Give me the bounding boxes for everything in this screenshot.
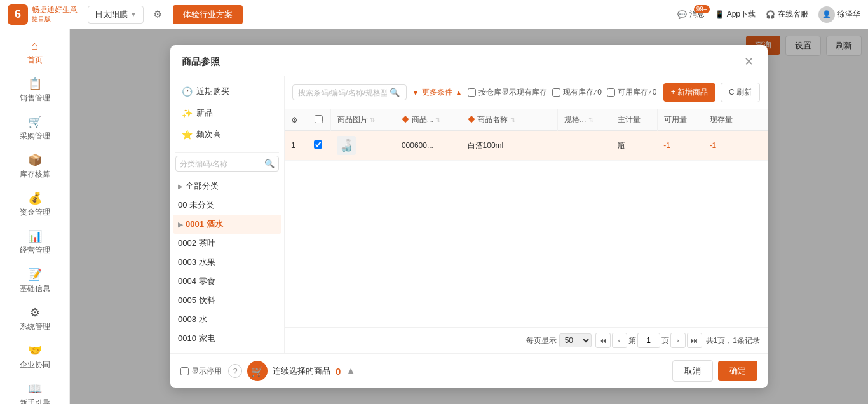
service-label: 在线客服	[778, 9, 808, 20]
product-search-box: 🔍	[292, 84, 407, 100]
warehouse-checkbox-label[interactable]: 按仓库显示现有库存	[468, 87, 547, 98]
nav-right: 💬 消息 99+ 📱 App下载 🎧 在线客服 👤 徐泽华	[677, 6, 860, 23]
sidebar-item-sales[interactable]: 📋 销售管理	[0, 72, 69, 109]
th-checkbox	[308, 109, 330, 131]
cat-item-label: 0008 水	[178, 314, 207, 325]
first-page-button[interactable]: ⏮	[595, 333, 611, 348]
sidebar-item-system[interactable]: ⚙ 系统管理	[0, 300, 69, 337]
show-disabled-checkbox[interactable]	[180, 367, 189, 375]
logo-sub: 捷目版	[32, 15, 78, 24]
select-all-checkbox[interactable]	[315, 115, 323, 123]
product-table: ⚙ 商品图片 ⇅	[285, 109, 768, 161]
filter-button[interactable]: ▼ 更多条件 ▲	[412, 87, 463, 98]
sort-icon: ⇅	[435, 116, 440, 123]
user-avatar: 👤	[818, 6, 835, 23]
store-selector[interactable]: 日太阳膜 ▼	[88, 6, 144, 24]
guide-icon: 📖	[28, 382, 42, 396]
th-code: ◆ 商品... ⇅	[395, 109, 461, 131]
th-spec-label: 规格...	[564, 115, 586, 124]
cancel-button[interactable]: 取消	[672, 360, 713, 382]
sidebar-item-finance[interactable]: 💰 资金管理	[0, 186, 69, 223]
finance-icon: 💰	[28, 191, 42, 205]
cat-item-label: 0002 茶叶	[178, 238, 215, 249]
warehouse-checkbox[interactable]	[468, 88, 476, 97]
row-select-checkbox[interactable]	[314, 140, 322, 149]
message-nav-item[interactable]: 💬 消息 99+	[677, 9, 705, 20]
cat-item-label: 0004 零食	[178, 276, 215, 287]
sidebar-item-operations[interactable]: 📊 经营管理	[0, 224, 69, 261]
refresh-button[interactable]: C 刷新	[721, 83, 760, 102]
home-icon: ⌂	[31, 39, 38, 53]
modal-body: 🕐 近期购买 ✨ 新品 ⭐ 频次高	[170, 76, 768, 353]
cat-item-all[interactable]: ▶ 全部分类	[173, 177, 281, 196]
sidebar-item-basic-info[interactable]: 📝 基础信息	[0, 262, 69, 299]
logo-icon: 6	[8, 4, 28, 25]
cat-item-liquor[interactable]: ▶ 0001 酒水	[173, 215, 281, 234]
next-page-button[interactable]: ›	[670, 333, 686, 348]
sidebar-item-inventory[interactable]: 📦 库存核算	[0, 148, 69, 185]
prev-page-button[interactable]: ‹	[612, 333, 627, 348]
modal-close-button[interactable]: ✕	[741, 54, 756, 69]
cat-item-water[interactable]: 0008 水	[173, 310, 281, 329]
settings-gear-icon[interactable]: ⚙	[147, 4, 168, 25]
toolbar-right: + 新增商品 C 刷新	[663, 83, 760, 102]
available-checkbox-label[interactable]: 可用库存≠0	[607, 87, 656, 98]
stock-checkbox[interactable]	[552, 88, 560, 97]
sidebar-item-home[interactable]: ⌂ 首页	[0, 34, 69, 71]
page-text2: 页	[661, 335, 669, 346]
per-page-selector[interactable]: 10 20 50 100	[559, 333, 592, 347]
th-stock-label: 现存量	[710, 115, 733, 124]
tab-new[interactable]: ✨ 新品	[175, 103, 279, 123]
sidebar-item-label: 经营管理	[20, 245, 50, 256]
confirm-button[interactable]: 确定	[718, 361, 757, 381]
user-nav-item[interactable]: 👤 徐泽华	[818, 6, 860, 23]
sidebar-item-enterprise[interactable]: 🤝 企业协同	[0, 339, 69, 375]
help-icon[interactable]: ?	[228, 364, 242, 378]
tab-recent[interactable]: 🕐 近期购买	[175, 81, 279, 102]
mobile-icon: 📱	[715, 10, 724, 19]
purchase-icon: 🛒	[28, 115, 42, 129]
th-available-label: 可用量	[664, 115, 687, 124]
cat-item-fruit[interactable]: 0003 水果	[173, 253, 281, 272]
th-gear[interactable]: ⚙	[285, 109, 308, 131]
dropdown-arrow-icon: ▼	[130, 11, 137, 18]
modal-overlay: 商品参照 ✕ 🕐 近期购买 ✨	[70, 29, 868, 404]
tab-frequent[interactable]: ⭐ 频次高	[175, 125, 279, 145]
cart-count: 0	[336, 366, 341, 377]
category-search-input[interactable]	[180, 159, 262, 168]
product-search-input[interactable]	[298, 88, 387, 97]
sidebar-item-label: 首页	[27, 55, 43, 65]
sidebar-item-label: 资金管理	[20, 207, 50, 218]
per-page-label: 每页显示	[526, 335, 557, 346]
row-image: 🍶	[330, 131, 395, 161]
stock-checkbox-label[interactable]: 现有库存≠0	[552, 87, 602, 98]
th-image-label: 商品图片	[337, 115, 368, 124]
cat-item-snack[interactable]: 0004 零食	[173, 272, 281, 291]
app-download-nav-item[interactable]: 📱 App下载	[715, 9, 756, 20]
show-disabled-label[interactable]: 显示停用	[180, 366, 222, 377]
th-stock: 现存量	[703, 109, 768, 131]
tab-new-label: 新品	[196, 107, 213, 119]
cat-item-label: 全部分类	[186, 180, 219, 192]
tab-frequent-label: 频次高	[196, 129, 221, 140]
table-row[interactable]: 1 🍶	[285, 131, 768, 161]
sidebar-item-purchase[interactable]: 🛒 采购管理	[0, 110, 69, 147]
sidebar-item-guide[interactable]: 📖 新手引导	[0, 377, 69, 404]
cart-icon[interactable]: 🛒	[247, 361, 268, 381]
cat-item-uncategorized[interactable]: 00 未分类	[173, 196, 281, 215]
page-number-input[interactable]	[637, 333, 660, 348]
trial-button[interactable]: 体验行业方案	[173, 5, 243, 24]
product-image: 🍶	[339, 138, 353, 152]
last-page-button[interactable]: ⏭	[687, 333, 702, 348]
operations-icon: 📊	[28, 229, 42, 243]
sort-icon: ⇅	[510, 116, 515, 123]
cat-item-beverage[interactable]: 0005 饮料	[173, 291, 281, 310]
cat-item-appliance[interactable]: 0010 家电	[173, 329, 281, 348]
enterprise-icon: 🤝	[28, 344, 42, 358]
service-nav-item[interactable]: 🎧 在线客服	[766, 9, 808, 20]
add-product-button[interactable]: + 新增商品	[663, 83, 715, 102]
cat-item-tea[interactable]: 0002 茶叶	[173, 234, 281, 253]
available-checkbox[interactable]	[607, 88, 615, 97]
th-unit: 主计量	[611, 109, 657, 131]
cart-collapse-icon[interactable]: ▲	[346, 365, 356, 377]
